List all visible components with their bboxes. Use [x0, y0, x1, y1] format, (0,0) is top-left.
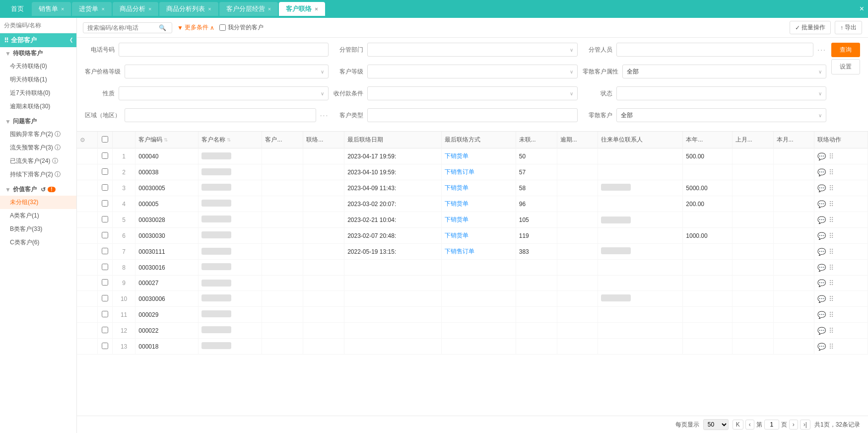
tab-product-analysis-list[interactable]: 商品分析列表 ×: [159, 2, 218, 16]
sidebar-item-tomorrow[interactable]: 明天待联络(1): [0, 73, 76, 86]
sidebar-item-abnormal[interactable]: 囤购异常客户(2) ⓘ: [0, 128, 76, 141]
first-page-btn[interactable]: K: [733, 420, 743, 430]
filter-type-input[interactable]: [367, 108, 577, 122]
sidebar-search-input[interactable]: [4, 22, 77, 29]
tab-product-analysis-close[interactable]: ×: [148, 6, 151, 12]
method-link-6[interactable]: 下销货单: [445, 232, 468, 239]
more-icon-7[interactable]: ⠿: [829, 248, 834, 256]
tab-customer-segment-close[interactable]: ×: [268, 6, 271, 12]
message-icon-6[interactable]: 💬: [817, 232, 826, 240]
problem-customer-group[interactable]: ▼ 问题客户: [0, 115, 76, 128]
tab-home[interactable]: 首页: [4, 2, 31, 16]
more-icon-13[interactable]: ⠿: [829, 343, 834, 351]
more-icon-10[interactable]: ⠿: [829, 295, 834, 303]
filter-price-select[interactable]: ∨: [125, 65, 329, 78]
method-link-5[interactable]: 下销货单: [445, 216, 468, 223]
sidebar-item-declining[interactable]: 持续下滑客户(2) ⓘ: [0, 168, 76, 181]
filter-dept-select[interactable]: ∨: [367, 43, 577, 57]
next-page-btn[interactable]: ›: [789, 420, 798, 430]
gear-icon[interactable]: ⚙: [80, 137, 85, 144]
message-icon-3[interactable]: 💬: [817, 184, 826, 192]
more-icon-11[interactable]: ⠿: [829, 311, 834, 319]
more-icon-3[interactable]: ⠿: [829, 184, 834, 192]
method-link-1[interactable]: 下销货单: [445, 152, 468, 159]
method-link-2[interactable]: 下销售订单: [445, 168, 474, 175]
tab-purchase-close[interactable]: ×: [101, 6, 104, 12]
method-link-4[interactable]: 下销货单: [445, 200, 468, 207]
tab-customer-segment[interactable]: 客户分层经营 ×: [219, 2, 278, 16]
prev-page-btn[interactable]: ‹: [745, 420, 754, 430]
more-icon-4[interactable]: ⠿: [829, 200, 834, 208]
sidebar-item-a-class[interactable]: A类客户(1): [0, 209, 76, 222]
filter-search-input[interactable]: [87, 24, 157, 31]
row-checkbox-4[interactable]: [102, 200, 108, 207]
batch-ops-btn[interactable]: ✓ 批量操作: [790, 21, 831, 34]
row-checkbox-5[interactable]: [102, 216, 108, 222]
filter-status-select[interactable]: ∨: [616, 86, 826, 100]
page-size-select[interactable]: 50 100: [703, 419, 729, 430]
message-icon-8[interactable]: 💬: [817, 264, 826, 272]
tab-customer-contact-close[interactable]: ×: [315, 6, 318, 12]
filter-payment-select[interactable]: ∨: [367, 86, 577, 100]
row-checkbox-10[interactable]: [102, 295, 108, 301]
more-icon-8[interactable]: ⠿: [829, 264, 834, 272]
more-icon-12[interactable]: ⠿: [829, 327, 834, 335]
row-checkbox-9[interactable]: [102, 279, 108, 286]
sidebar-item-overdue[interactable]: 逾期未联络(30): [0, 100, 76, 113]
message-icon-5[interactable]: 💬: [817, 216, 826, 224]
sidebar-item-ungroup[interactable]: 未分组(32): [0, 196, 76, 209]
more-icon-9[interactable]: ⠿: [829, 279, 834, 287]
row-checkbox-3[interactable]: [102, 184, 108, 191]
sidebar-item-b-class[interactable]: B类客户(33): [0, 222, 76, 236]
method-link-3[interactable]: 下销货单: [445, 184, 468, 191]
method-link-7[interactable]: 下销售订单: [445, 248, 474, 255]
tab-product-list-close[interactable]: ×: [208, 6, 211, 12]
tab-product-analysis[interactable]: 商品分析 ×: [113, 2, 158, 16]
tab-sales-close[interactable]: ×: [61, 6, 64, 12]
export-btn[interactable]: ↑ 导出: [835, 21, 862, 34]
message-icon-2[interactable]: 💬: [817, 168, 826, 176]
more-icon-6[interactable]: ⠿: [829, 232, 834, 240]
manager-dots-icon[interactable]: ···: [817, 46, 826, 54]
filter-level-select[interactable]: ∨: [367, 65, 577, 78]
filter-manager-input[interactable]: [616, 43, 814, 57]
sidebar-item-lost[interactable]: 已流失客户(24) ⓘ: [0, 154, 76, 168]
sidebar-item-7days[interactable]: 近7天待联络(0): [0, 86, 76, 100]
search-btn[interactable]: 查询: [831, 43, 860, 57]
all-customers-header[interactable]: ⠿ 全部客户 《: [0, 33, 76, 47]
message-icon-4[interactable]: 💬: [817, 200, 826, 208]
sidebar-collapse-icon[interactable]: 《: [67, 37, 72, 44]
filter-phone-input[interactable]: [119, 43, 329, 57]
row-checkbox-11[interactable]: [102, 311, 108, 317]
more-icon-5[interactable]: ⠿: [829, 216, 834, 224]
filter-retail2-select[interactable]: 全部 ∨: [616, 108, 826, 122]
th-code[interactable]: 客户编码: [135, 132, 198, 148]
region-dots-icon[interactable]: ···: [320, 111, 329, 119]
row-checkbox-6[interactable]: [102, 232, 108, 238]
reset-btn[interactable]: 设置: [831, 59, 860, 74]
message-icon-11[interactable]: 💬: [817, 311, 826, 319]
message-icon-1[interactable]: 💬: [817, 152, 826, 160]
last-page-btn[interactable]: ›|: [800, 420, 810, 430]
row-checkbox-8[interactable]: [102, 264, 108, 270]
my-customers-check[interactable]: [219, 24, 226, 31]
tab-customer-contact[interactable]: 客户联络 ×: [279, 2, 325, 16]
row-checkbox-1[interactable]: [102, 152, 108, 159]
row-checkbox-12[interactable]: [102, 327, 108, 333]
row-checkbox-13[interactable]: [102, 343, 108, 349]
message-icon-13[interactable]: 💬: [817, 343, 826, 351]
select-all-checkbox[interactable]: [102, 136, 108, 143]
more-filters-btn[interactable]: ▼ 更多条件 ∧: [177, 23, 214, 32]
value-customer-group[interactable]: ▼ 价值客户 ↺ !: [0, 183, 76, 196]
pending-contact-group[interactable]: ▼ 待联络客户: [0, 47, 76, 60]
message-icon-7[interactable]: 💬: [817, 248, 826, 256]
row-checkbox-2[interactable]: [102, 168, 108, 175]
row-checkbox-7[interactable]: [102, 248, 108, 254]
more-icon-1[interactable]: ⠿: [829, 152, 834, 160]
message-icon-10[interactable]: 💬: [817, 295, 826, 303]
tab-purchase[interactable]: 进货单 ×: [72, 2, 111, 16]
filter-region-input[interactable]: [125, 108, 316, 122]
th-name[interactable]: 客户名称: [198, 132, 262, 148]
sidebar-item-warn[interactable]: 流失预警客户(3) ⓘ: [0, 141, 76, 154]
filter-nature-select[interactable]: ∨: [119, 86, 329, 100]
